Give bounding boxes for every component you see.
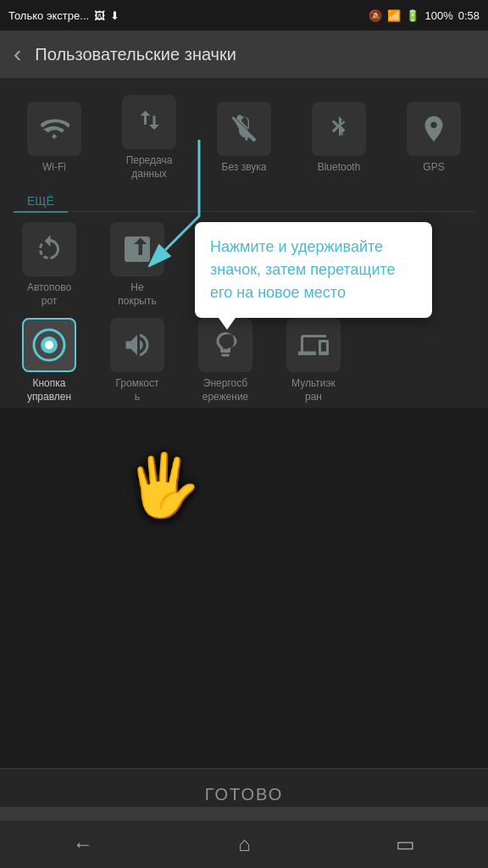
icon-nfc-label: Непокрыть: [118, 281, 156, 308]
tooltip-text: Нажмите и удерживайте значок, затем пере…: [210, 238, 396, 301]
nav-back-button[interactable]: ←: [73, 832, 93, 856]
wifi-icon: [39, 114, 69, 144]
icon-control-label: Кнопкауправлен: [27, 377, 71, 403]
section-label: ЕЩЁ: [14, 187, 68, 213]
nav-home-button[interactable]: ⌂: [238, 832, 251, 856]
icon-wifi[interactable]: Wi-Fi: [12, 102, 97, 175]
icon-multiscreen[interactable]: Мультиэкран: [271, 318, 356, 403]
icon-autorotate[interactable]: Автоповорот: [7, 222, 92, 308]
icon-energy[interactable]: Энергосбережение: [183, 318, 268, 403]
icon-silent-box: [217, 102, 271, 156]
icon-bluetooth-box: [312, 102, 366, 156]
icon-autorotate-label: Автоповорот: [27, 281, 71, 308]
page-title: Пользовательские значки: [35, 45, 236, 64]
icon-control-button[interactable]: Кнопкауправлен: [7, 318, 92, 403]
hand-cursor: 🖐: [125, 449, 202, 521]
status-right: 🔕 📶 🔋 100% 0:58: [369, 9, 480, 22]
icon-gps-box: [407, 102, 461, 156]
status-bar: Только экстре... 🖼 ⬇ 🔕 📶 🔋 100% 0:58: [0, 0, 488, 31]
icon-control-box: [22, 318, 76, 372]
icon-silent-label: Без звука: [222, 161, 267, 175]
nav-bar: ← ⌂ ▭: [0, 821, 488, 868]
gps-icon: [419, 114, 449, 144]
silent-icon: [229, 114, 259, 144]
icon-wifi-box: [27, 102, 81, 156]
section-divider: ЕЩЁ: [0, 184, 488, 212]
icon-bluetooth-label: Bluetooth: [318, 161, 361, 175]
icon-multiscreen-label: Мультиэкран: [291, 377, 336, 403]
volume-icon: [122, 330, 152, 360]
autorotate-icon: [34, 234, 64, 264]
status-left: Только экстре... 🖼 ⬇: [8, 9, 119, 22]
top-icons-row: Wi-Fi Передачаданных Без звука: [0, 88, 488, 184]
notification-text: Только экстре...: [8, 9, 89, 22]
time-text: 0:58: [458, 9, 480, 22]
icon-bluetooth[interactable]: Bluetooth: [297, 102, 381, 175]
icon-gps-label: GPS: [423, 161, 444, 175]
icon-volume[interactable]: Громкость: [95, 318, 180, 403]
svg-point-3: [45, 341, 53, 349]
icon-multiscreen-box: [286, 318, 341, 372]
icon-volume-box: [110, 318, 164, 372]
bluetooth-icon: [324, 114, 354, 144]
nav-recent-button[interactable]: ▭: [396, 832, 415, 856]
icon-autorotate-box: [22, 222, 76, 276]
icon-volume-label: Громкость: [116, 377, 159, 403]
battery-text: 100%: [424, 9, 452, 22]
photo-icon: 🖼: [94, 9, 105, 22]
download-icon: ⬇: [110, 9, 119, 22]
ready-bar[interactable]: ГОТОВО: [0, 768, 488, 821]
icon-gps[interactable]: GPS: [391, 102, 476, 175]
top-bar: ‹ Пользовательские значки: [0, 31, 488, 78]
wifi-status-icon: 📶: [387, 9, 401, 22]
battery-icon: 🔋: [406, 9, 419, 22]
mute-icon: 🔕: [369, 9, 382, 22]
energy-icon: [210, 330, 241, 360]
icon-energy-label: Энергосбережение: [202, 377, 249, 403]
tooltip: Нажмите и удерживайте значок, затем пере…: [195, 222, 432, 318]
row3-icons: Кнопкауправлен Громкость Энергосбережени…: [0, 311, 488, 407]
icon-wifi-label: Wi-Fi: [42, 161, 66, 175]
control-icon: [32, 328, 66, 362]
ready-button-label: ГОТОВО: [205, 785, 283, 804]
multiscreen-icon: [298, 330, 329, 360]
back-button[interactable]: ‹: [14, 42, 21, 66]
